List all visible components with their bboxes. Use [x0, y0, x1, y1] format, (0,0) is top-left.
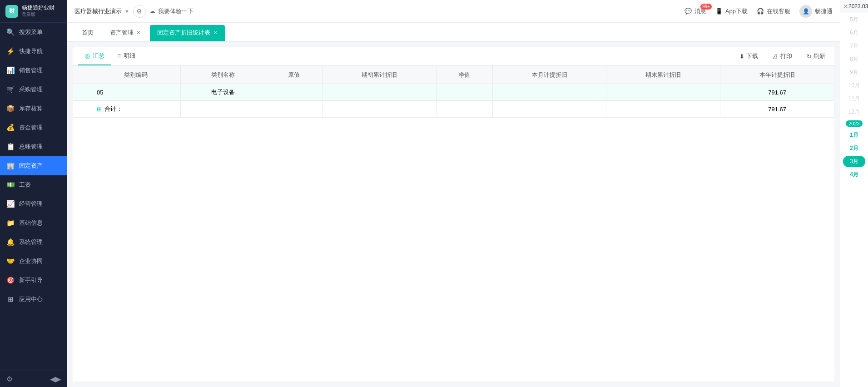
inventory-icon: 📦 — [6, 104, 15, 113]
table-col-2: 原值 — [266, 66, 322, 84]
download-icon: ⬇ — [739, 53, 744, 60]
inner-tab-summary[interactable]: ◎汇总 — [78, 47, 111, 65]
sidebar-item-label: 工资 — [19, 181, 31, 189]
online-service-button[interactable]: 🎧 在线客服 — [757, 7, 790, 15]
guide-icon: 🎯 — [6, 276, 15, 284]
sidebar-item-search[interactable]: 🔍搜索菜单 — [0, 23, 67, 42]
purchase-icon: 🛒 — [6, 85, 15, 94]
company-selector[interactable]: 医疗器械行业演示 ▼ — [74, 7, 129, 15]
sidebar-item-sales[interactable]: 📊销售管理 — [0, 61, 67, 80]
print-label: 打印 — [780, 52, 792, 60]
date-month-item-3月[interactable]: 3月 — [843, 156, 865, 167]
company-settings-button[interactable]: ⚙ — [133, 5, 146, 18]
print-icon: 🖨 — [773, 53, 779, 60]
settings-icon[interactable]: ⚙ — [6, 375, 13, 383]
tab-depreciation-report[interactable]: 固定资产折旧统计表✕ — [150, 25, 225, 41]
sidebar-item-basicinfo[interactable]: 📁基础信息 — [0, 213, 67, 233]
table-cell-0-2 — [266, 84, 322, 101]
table-container: 类别编码类别名称原值期初累计折旧净值本月计提折旧期末累计折旧本年计提折旧 05电… — [73, 66, 834, 382]
basicinfo-icon: 📁 — [6, 219, 15, 227]
sidebar-item-inventory[interactable]: 📦库存核算 — [0, 99, 67, 118]
sum-cell-3 — [492, 101, 606, 118]
sum-cell-5: 791.67 — [720, 101, 834, 118]
table-cell-0-5 — [492, 84, 606, 101]
main-content: 医疗器械行业演示 ▼ ⚙ ☁ 我要体验一下 💬 消息 99+ 📱 App下载 🎧… — [67, 0, 840, 387]
panel-close-button[interactable]: ✕ — [843, 3, 848, 10]
refresh-button[interactable]: ↻ 刷新 — [803, 50, 829, 62]
sum-label-cell: ⊞合计： — [91, 101, 181, 118]
year-badge: 2023 — [846, 120, 862, 127]
ledger-icon: 📋 — [6, 143, 15, 151]
date-panel: ✕ 2023.03 ⤢ 5月6月7月8月9月10月11月12月20231月2月3… — [840, 0, 868, 387]
logo-text-block: 畅捷通好业财 普及版 — [22, 5, 55, 18]
summary-tab-icon: ◎ — [84, 52, 90, 60]
date-month-item[interactable]: 5月 — [840, 13, 868, 26]
tab-asset-mgmt[interactable]: 资产管理✕ — [103, 25, 148, 41]
table-col-6: 期末累计折旧 — [606, 66, 720, 84]
inner-tab-group: ◎汇总≡明细 — [78, 47, 142, 65]
date-month-item[interactable]: 8月 — [840, 53, 868, 66]
date-month-item[interactable]: 9月 — [840, 66, 868, 79]
logo-icon: 财 — [5, 5, 18, 18]
depreciation-table: 类别编码类别名称原值期初累计折旧净值本月计提折旧期末累计折旧本年计提折旧 05电… — [73, 66, 834, 118]
date-month-item[interactable]: 11月 — [840, 92, 868, 105]
cloud-icon: ☁ — [149, 8, 155, 15]
sidebar-item-salary[interactable]: 💵工资 — [0, 175, 67, 194]
tab-close-icon[interactable]: ✕ — [213, 30, 218, 36]
date-month-item[interactable]: 6月 — [840, 26, 868, 40]
print-button[interactable]: 🖨 打印 — [769, 50, 796, 62]
tab-home[interactable]: 首页 — [74, 25, 101, 41]
sidebar-item-operations[interactable]: 📈经营管理 — [0, 194, 67, 213]
sum-row-num — [73, 101, 91, 118]
sidebar-item-guide[interactable]: 🎯新手引导 — [0, 271, 67, 290]
refresh-icon: ↻ — [807, 53, 812, 60]
system-icon: 🔔 — [6, 238, 15, 246]
app-download-button[interactable]: 📱 App下载 — [715, 7, 748, 15]
table-col-1: 类别名称 — [181, 66, 266, 84]
app-download-label: App下载 — [725, 7, 748, 15]
sidebar-item-finance[interactable]: 💰资金管理 — [0, 118, 67, 137]
date-month-item-1月[interactable]: 1月 — [840, 129, 868, 142]
sidebar-item-quicknav[interactable]: ⚡快捷导航 — [0, 42, 67, 61]
user-profile[interactable]: 👤 畅捷通 — [799, 5, 833, 18]
apps-icon: ⊞ — [6, 295, 15, 303]
header-left: 医疗器械行业演示 ▼ ⚙ ☁ 我要体验一下 — [74, 5, 193, 18]
sidebar-item-purchase[interactable]: 🛒采购管理 — [0, 80, 67, 99]
experience-button[interactable]: ☁ 我要体验一下 — [149, 7, 193, 15]
sidebar-item-label: 总账管理 — [19, 143, 43, 151]
date-month-item-4月[interactable]: 4月 — [840, 168, 868, 181]
logo-text: 畅捷通好业财 — [22, 5, 55, 12]
sidebar-item-cooperation[interactable]: 🤝企业协同 — [0, 252, 67, 271]
sidebar-item-label: 库存核算 — [19, 104, 43, 113]
table-cell-0-6 — [606, 84, 720, 101]
page-body: ◎汇总≡明细 ⬇ 下载 🖨 打印 ↻ 刷新 类别编码类别名 — [67, 42, 840, 387]
tab-label: 固定资产折旧统计表 — [157, 29, 210, 37]
date-month-item-2月[interactable]: 2月 — [840, 142, 868, 155]
sidebar-item-label: 采购管理 — [19, 85, 43, 94]
message-button[interactable]: 💬 消息 99+ — [684, 7, 706, 15]
top-header: 医疗器械行业演示 ▼ ⚙ ☁ 我要体验一下 💬 消息 99+ 📱 App下载 🎧… — [67, 0, 840, 23]
table-row: 05电子设备791.67 — [73, 84, 834, 101]
sidebar-item-label: 资金管理 — [19, 124, 43, 132]
download-button[interactable]: ⬇ 下载 — [736, 50, 762, 62]
sidebar-item-system[interactable]: 🔔系统管理 — [0, 233, 67, 252]
search-icon: 🔍 — [6, 28, 15, 36]
sum-cell-0 — [266, 101, 322, 118]
quicknav-icon: ⚡ — [6, 47, 15, 55]
tab-close-icon[interactable]: ✕ — [136, 30, 141, 36]
sidebar-item-label: 快捷导航 — [19, 47, 43, 55]
collapse-icon[interactable]: ◀▶ — [50, 375, 61, 383]
sum-expand-icon[interactable]: ⊞ — [97, 106, 102, 113]
date-month-item[interactable]: 12月 — [840, 105, 868, 119]
date-panel-title: 2023.03 — [848, 3, 868, 10]
fixedasset-icon: 🏢 — [6, 162, 15, 170]
sidebar-item-fixedasset[interactable]: 🏢固定资产 — [0, 156, 67, 175]
sidebar-item-ledger[interactable]: 📋总账管理 — [0, 137, 67, 156]
avatar: 👤 — [799, 5, 812, 18]
date-month-item[interactable]: 10月 — [840, 79, 868, 92]
inner-tab-detail[interactable]: ≡明细 — [111, 47, 142, 65]
sidebar: 财 畅捷通好业财 普及版 🔍搜索菜单⚡快捷导航📊销售管理🛒采购管理📦库存核算💰资… — [0, 0, 67, 387]
date-month-item[interactable]: 7月 — [840, 40, 868, 53]
sales-icon: 📊 — [6, 66, 15, 74]
sidebar-item-apps[interactable]: ⊞应用中心 — [0, 290, 67, 309]
